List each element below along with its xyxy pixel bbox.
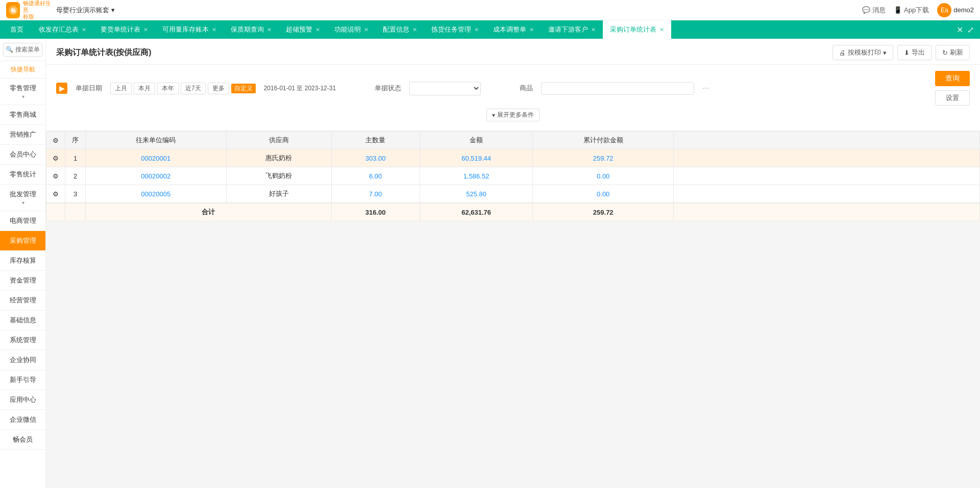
nav-close-button[interactable]: ✕ <box>957 25 963 35</box>
row-supplier-name: 惠氏奶粉 <box>226 149 331 167</box>
sidebar-item-yingyong[interactable]: 应用中心 <box>0 390 45 410</box>
row-supplier-code[interactable]: 00020001 <box>86 149 227 167</box>
table-header-row: ⚙ 序 往来单位编码 供应商 主数量 金额 累计付款金额 <box>46 132 980 149</box>
sidebar-item-kucun[interactable]: 库存核算 <box>0 251 45 271</box>
date-btn-more[interactable]: 更多 <box>208 83 229 94</box>
close-icon[interactable]: ✕ <box>529 27 534 33</box>
row-amount[interactable]: 60,519.44 <box>420 149 533 167</box>
tab-yaoqingxiayou[interactable]: 邀请下游客户 ✕ <box>541 20 603 39</box>
search-menu-button[interactable]: 🔍 搜索菜单 <box>3 43 42 57</box>
settings-button[interactable]: 设置 <box>935 90 970 106</box>
sidebar-item-lingshoshangch[interactable]: 零售商城 <box>0 105 45 125</box>
quick-nav-button[interactable]: 快捷导航 <box>3 63 42 76</box>
date-btn-last-month[interactable]: 上月 <box>110 83 132 94</box>
row-settings-icon[interactable]: ⚙ <box>46 185 65 203</box>
export-button[interactable]: ⬇ 导出 <box>897 45 932 60</box>
tab-caigoutongji[interactable]: 采购订单统计表 ✕ <box>603 20 671 39</box>
sidebar-item-qiyewx[interactable]: 企业微信 <box>0 410 45 430</box>
sidebar-item-huiyuan[interactable]: 会员中心 <box>0 145 45 165</box>
row-supplier-code[interactable]: 00020005 <box>86 185 227 203</box>
row-quantity[interactable]: 6.00 <box>331 167 420 185</box>
goods-filter-input[interactable] <box>541 82 694 95</box>
row-no: 3 <box>65 185 86 203</box>
row-quantity[interactable]: 7.00 <box>331 185 420 203</box>
sidebar-item-lingshoudian[interactable]: 零售管理 ▾ <box>0 79 45 105</box>
sidebar-item-jichu[interactable]: 基础信息 <box>0 311 45 330</box>
content-area: 采购订单统计表(按供应商) 🖨 按模板打印 ▾ ⬇ 导出 ↻ 刷新 <box>46 39 980 488</box>
sidebar-item-chang[interactable]: 畅会员 <box>0 430 45 450</box>
nav-expand-button[interactable]: ⤢ <box>967 25 974 35</box>
close-icon[interactable]: ✕ <box>659 27 664 33</box>
tab-shoufakaohui[interactable]: 收发存汇总表 ✕ <box>32 20 93 39</box>
print-button[interactable]: 🖨 按模板打印 ▾ <box>832 45 893 60</box>
date-btn-7days[interactable]: 近7天 <box>181 83 206 94</box>
tab-chengbentiaoz[interactable]: 成本调整单 ✕ <box>486 20 541 39</box>
row-settings-icon[interactable]: ⚙ <box>46 167 65 185</box>
row-extra <box>674 185 980 203</box>
date-btn-this-year[interactable]: 本年 <box>157 83 179 94</box>
sidebar-item-xitong[interactable]: 系统管理 <box>0 330 45 350</box>
sidebar-search: 🔍 搜索菜单 <box>0 39 45 61</box>
close-icon[interactable]: ✕ <box>82 27 86 33</box>
sidebar-item-jingying[interactable]: 经营管理 <box>0 291 45 311</box>
row-amount[interactable]: 1,586.52 <box>420 167 533 185</box>
tab-yaohuodanji[interactable]: 要货单统计表 ✕ <box>93 20 155 39</box>
tab-keyongliang[interactable]: 可用量库存账本 ✕ <box>155 20 224 39</box>
sidebar-item-dianshang[interactable]: 电商管理 <box>0 211 45 231</box>
status-filter-select[interactable] <box>409 82 481 95</box>
tab-gongnengshuo[interactable]: 功能说明 ✕ <box>327 20 376 39</box>
app-download-button[interactable]: 📱 App下载 <box>894 6 929 15</box>
tab-baozhi[interactable]: 保质期查询 ✕ <box>224 20 279 39</box>
footer-label: 合计 <box>86 203 332 221</box>
row-quantity[interactable]: 303.00 <box>331 149 420 167</box>
sidebar-item-zijin[interactable]: 资金管理 <box>0 271 45 291</box>
close-icon[interactable]: ✕ <box>143 27 148 33</box>
footer-extra <box>674 203 980 221</box>
filter-toggle-button[interactable]: ▶ <box>56 83 67 94</box>
row-supplier-code[interactable]: 00020002 <box>86 167 227 185</box>
breadcrumb-select[interactable]: 母婴行业演示账套 ▾ <box>56 6 115 15</box>
filter-date-buttons: 上月 本月 本年 近7天 更多 自定义 <box>110 83 256 94</box>
close-icon[interactable]: ✕ <box>267 27 272 33</box>
table-row: ⚙ 2 00020002 飞鹤奶粉 6.00 1,586.52 0.00 <box>46 167 980 185</box>
sidebar-item-pifa[interactable]: 批发管理 ▾ <box>0 185 45 211</box>
sidebar-item-yinxiao[interactable]: 营销推广 <box>0 125 45 145</box>
close-icon[interactable]: ✕ <box>212 27 216 33</box>
row-paid-amount[interactable]: 0.00 <box>533 185 674 203</box>
row-paid-amount[interactable]: 259.72 <box>533 149 674 167</box>
user-area[interactable]: Ea demo2 <box>937 3 974 17</box>
row-no: 2 <box>65 167 86 185</box>
messages-button[interactable]: 💬 消息 <box>862 6 886 15</box>
close-icon[interactable]: ✕ <box>474 27 479 33</box>
expand-filter-button[interactable]: ▾ 展开更多条件 <box>486 109 540 121</box>
chevron-down-icon: ▾ <box>883 49 887 57</box>
chevron-down-icon: ▾ <box>22 200 24 206</box>
avatar: Ea <box>937 3 951 17</box>
row-paid-amount[interactable]: 0.00 <box>533 167 674 185</box>
tab-paihuorenwu[interactable]: 拣货任务管理 ✕ <box>424 20 486 39</box>
date-btn-this-month[interactable]: 本月 <box>134 83 155 94</box>
row-extra <box>674 167 980 185</box>
tab-home[interactable]: 首页 <box>2 20 32 39</box>
refresh-button[interactable]: ↻ 刷新 <box>936 45 970 60</box>
row-amount[interactable]: 525.80 <box>420 185 533 203</box>
footer-no <box>65 203 86 221</box>
row-supplier-name: 飞鹤奶粉 <box>226 167 331 185</box>
sidebar-item-lingshout[interactable]: 零售统计 <box>0 165 45 185</box>
close-icon[interactable]: ✕ <box>364 27 369 33</box>
close-icon[interactable]: ✕ <box>412 27 417 33</box>
row-supplier-name: 好孩子 <box>226 185 331 203</box>
more-options-icon[interactable]: ··· <box>702 84 709 93</box>
tab-chaochuyujing[interactable]: 超储预警 ✕ <box>279 20 327 39</box>
query-button[interactable]: 查询 <box>935 71 970 86</box>
close-icon[interactable]: ✕ <box>591 27 596 33</box>
sidebar-item-qiye[interactable]: 企业协同 <box>0 350 45 370</box>
sidebar-item-caigou[interactable]: 采购管理 <box>0 231 45 251</box>
chevron-down-icon: ▾ <box>111 6 115 14</box>
status-filter-label: 单据状态 <box>375 84 401 93</box>
row-settings-icon[interactable]: ⚙ <box>46 149 65 167</box>
footer-quantity: 316.00 <box>331 203 420 221</box>
sidebar-item-xinshou[interactable]: 新手引导 <box>0 370 45 390</box>
close-icon[interactable]: ✕ <box>315 27 320 33</box>
tab-peizhi[interactable]: 配置信息 ✕ <box>376 20 424 39</box>
